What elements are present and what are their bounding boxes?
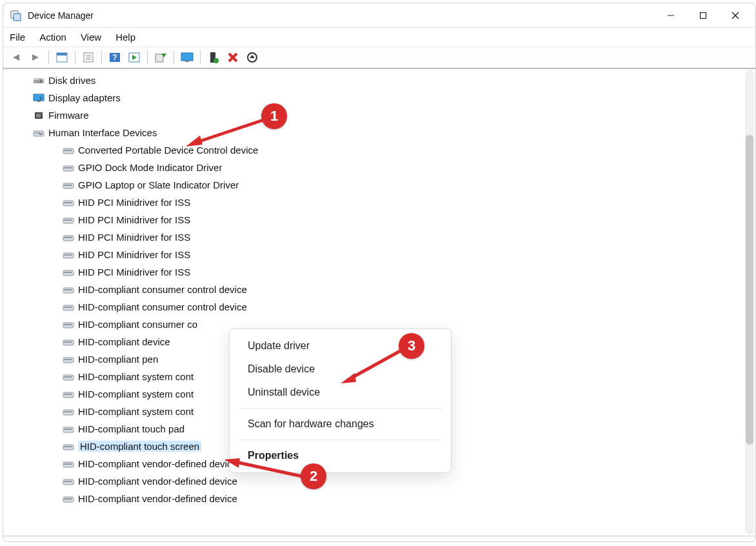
tree-item-label: HID PCI Minidriver for ISS <box>78 214 190 225</box>
hid-dev-icon <box>63 163 74 173</box>
vertical-scrollbar[interactable] <box>745 70 754 534</box>
uninstall-icon[interactable] <box>243 48 261 66</box>
tree-item[interactable]: GPIO Laptop or Slate Indicator Driver <box>10 176 744 194</box>
tree-item-label: HID PCI Minidriver for ISS <box>78 267 190 278</box>
chevron-down-icon[interactable] <box>37 128 45 138</box>
forward-icon[interactable] <box>26 48 45 66</box>
menu-view[interactable]: View <box>81 32 101 43</box>
hid-dev-icon <box>63 424 74 434</box>
svg-rect-114 <box>65 411 66 412</box>
svg-rect-61 <box>68 219 70 221</box>
hid-dev-icon <box>63 494 74 504</box>
svg-rect-72 <box>70 254 72 256</box>
tree-item-label: HID-compliant vendor-defined device <box>78 476 237 487</box>
svg-marker-146 <box>224 458 240 468</box>
tree-item-label: HID PCI Minidriver for ISS <box>78 249 190 260</box>
hid-dev-icon <box>63 285 74 295</box>
svg-rect-134 <box>65 481 66 482</box>
tree-item[interactable]: Display adapters <box>10 89 744 106</box>
svg-rect-59 <box>65 219 66 221</box>
menu-separator <box>239 440 442 440</box>
svg-line-147 <box>351 351 400 378</box>
chevron-right-icon[interactable] <box>37 92 45 104</box>
enable-icon[interactable] <box>204 48 223 66</box>
svg-rect-56 <box>68 202 70 203</box>
hid-dev-icon <box>63 145 74 156</box>
svg-rect-89 <box>65 324 66 325</box>
tree-item-label: HID-compliant device <box>78 336 170 347</box>
svg-rect-70 <box>66 254 68 256</box>
disable-icon[interactable] <box>224 48 242 66</box>
svg-rect-84 <box>65 307 66 308</box>
tree-item[interactable]: HID-compliant consumer control device <box>10 298 744 316</box>
window-title: Device Manager <box>28 10 94 21</box>
svg-rect-100 <box>66 359 68 360</box>
svg-rect-65 <box>66 237 68 238</box>
tree-item[interactable]: GPIO Dock Mode Indicator Driver <box>10 159 744 176</box>
svg-point-23 <box>214 58 219 63</box>
hid-dev-icon <box>63 319 74 330</box>
tree-item[interactable]: HID-compliant consumer control device <box>10 281 744 298</box>
tree-item-label: Display adapters <box>48 92 121 103</box>
tree-item[interactable]: HID PCI Minidriver for ISS <box>10 194 744 211</box>
svg-marker-27 <box>250 55 255 58</box>
svg-rect-35 <box>35 132 36 134</box>
tree-item[interactable]: Converted Portable Device Control device <box>10 141 744 159</box>
tree-item[interactable]: HID-compliant vendor-defined device <box>10 472 744 490</box>
svg-rect-107 <box>70 376 72 378</box>
tree-item[interactable]: HID-compliant vendor-defined device <box>10 490 744 507</box>
svg-rect-122 <box>70 429 72 430</box>
help-icon[interactable]: ? <box>106 48 124 66</box>
hid-dev-icon <box>63 372 74 382</box>
tree-item[interactable]: HID PCI Minidriver for ISS <box>10 246 744 263</box>
tree-item[interactable]: HID PCI Minidriver for ISS <box>10 211 744 228</box>
menu-help[interactable]: Help <box>115 32 135 43</box>
svg-rect-111 <box>68 394 70 395</box>
context-menu-item[interactable]: Scan for hardware changes <box>230 412 451 436</box>
tree-item[interactable]: Human Interface Devices <box>10 124 744 141</box>
svg-rect-41 <box>68 150 70 151</box>
chevron-right-icon[interactable] <box>37 75 45 86</box>
toolbar-icon-a[interactable] <box>125 48 143 66</box>
tree-item-label: HID-compliant system cont <box>78 389 194 399</box>
chevron-right-icon[interactable] <box>37 110 45 121</box>
svg-rect-45 <box>66 167 68 168</box>
svg-rect-64 <box>65 237 66 238</box>
svg-rect-116 <box>68 411 70 412</box>
svg-rect-99 <box>65 359 66 360</box>
svg-rect-9 <box>57 53 67 56</box>
svg-rect-126 <box>68 446 70 447</box>
update-driver-icon[interactable] <box>152 48 170 66</box>
svg-marker-7 <box>32 54 39 61</box>
hid-dev-icon <box>63 250 74 260</box>
tree-item[interactable]: HID PCI Minidriver for ISS <box>10 228 744 246</box>
tree-item[interactable]: Disk drives <box>10 72 744 89</box>
svg-rect-55 <box>66 202 68 203</box>
svg-rect-91 <box>68 324 70 325</box>
hid-dev-icon <box>63 232 74 243</box>
maximize-button[interactable] <box>687 3 719 28</box>
scrollbar-thumb[interactable] <box>746 135 753 445</box>
menu-file[interactable]: File <box>10 32 25 43</box>
svg-rect-18 <box>155 54 163 62</box>
svg-rect-40 <box>66 150 68 151</box>
monitor-icon[interactable] <box>178 48 196 66</box>
back-icon[interactable] <box>7 48 25 66</box>
svg-rect-131 <box>68 463 70 465</box>
menu-action[interactable]: Action <box>39 32 66 43</box>
hid-dev-icon <box>63 215 74 225</box>
properties-icon[interactable] <box>79 48 97 66</box>
svg-rect-120 <box>66 429 68 430</box>
tree-item[interactable]: HID PCI Minidriver for ISS <box>10 263 744 281</box>
svg-rect-119 <box>65 429 66 430</box>
minimize-button[interactable] <box>655 3 687 28</box>
svg-rect-96 <box>68 341 70 343</box>
close-button[interactable] <box>719 3 751 28</box>
tree-item[interactable]: Firmware <box>10 106 744 124</box>
svg-rect-74 <box>65 272 66 273</box>
tree-item-label: Disk drives <box>48 75 95 86</box>
svg-rect-112 <box>70 394 72 395</box>
show-hidden-icon[interactable] <box>53 48 71 66</box>
svg-rect-1 <box>14 14 21 21</box>
svg-rect-77 <box>70 272 72 273</box>
